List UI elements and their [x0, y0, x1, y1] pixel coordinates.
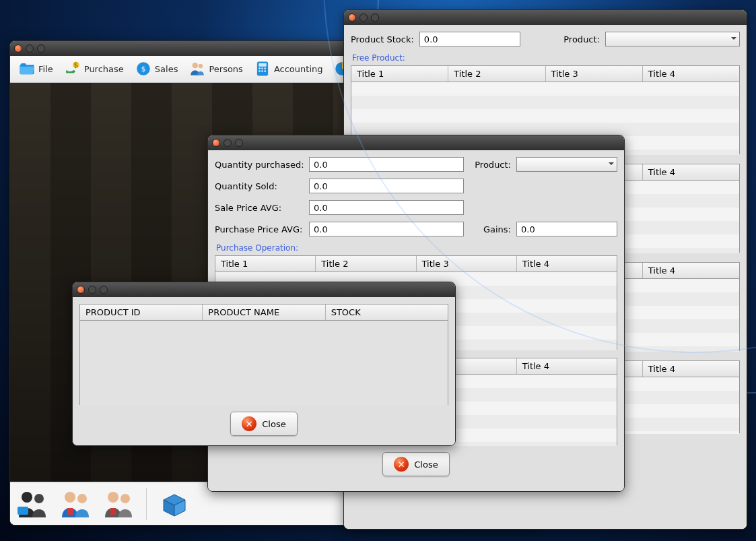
gains-input[interactable] [516, 222, 617, 236]
col-stock[interactable]: STOCK [326, 305, 448, 320]
menu-persons[interactable]: Persons [184, 59, 246, 79]
menu-purchase-label: Purchase [84, 64, 124, 74]
menu-file[interactable]: File [14, 59, 57, 79]
col-title2[interactable]: Title 2 [316, 256, 416, 272]
close-button[interactable]: ✕ Close [382, 452, 449, 476]
window-max-icon[interactable] [235, 139, 243, 147]
close-label: Close [262, 419, 285, 429]
close-icon: ✕ [242, 416, 256, 431]
svg-rect-8 [259, 68, 260, 69]
menu-purchase[interactable]: $ Purchase [60, 59, 128, 79]
sale-price-input[interactable] [309, 200, 464, 215]
persons-dark-icon[interactable] [14, 486, 50, 522]
window-min-icon[interactable] [88, 286, 96, 294]
main-titlebar [10, 41, 541, 56]
product-select[interactable] [605, 32, 740, 46]
svg-rect-12 [261, 71, 263, 72]
menu-accounting-label: Accounting [274, 64, 323, 74]
product-table[interactable]: PRODUCT ID PRODUCT NAME STOCK [79, 304, 448, 405]
window-close-icon[interactable] [212, 139, 220, 147]
free-product-label: Free Product: [352, 53, 740, 63]
svg-rect-7 [259, 63, 266, 67]
svg-point-21 [108, 492, 118, 503]
purch-price-label: Purchase Price AVG: [215, 224, 304, 234]
svg-rect-13 [264, 71, 265, 72]
qty-purchased-input[interactable] [309, 157, 464, 172]
calculator-icon [254, 60, 271, 77]
window-max-icon[interactable] [371, 13, 379, 22]
product-select[interactable] [516, 157, 617, 172]
col-title3[interactable]: Title 3 [546, 263, 643, 278]
purch-price-input[interactable] [309, 222, 464, 236]
svg-rect-9 [261, 68, 263, 69]
separator [146, 488, 147, 520]
window-min-icon[interactable] [224, 139, 232, 147]
col-title2[interactable]: Title 2 [448, 66, 545, 82]
col-title4[interactable]: Title 4 [517, 256, 617, 272]
menu-reports[interactable] [329, 59, 355, 79]
sale-price-label: Sale Price AVG: [215, 203, 304, 213]
svg-rect-17 [18, 507, 28, 515]
main-toolbar: File $ Purchase $ Sales Persons Accounti… [10, 56, 541, 83]
persons-icon [188, 60, 206, 77]
window-close-icon[interactable] [14, 44, 22, 53]
window-max-icon[interactable] [37, 44, 45, 53]
window-max-icon[interactable] [100, 286, 108, 294]
col-title4[interactable]: Title 4 [643, 164, 739, 180]
stock-titlebar [344, 10, 747, 25]
qty-purchased-label: Quantity purchased: [215, 160, 304, 170]
window-close-icon[interactable] [77, 286, 85, 294]
product-label: Product: [475, 160, 511, 170]
folder-icon [18, 60, 36, 77]
svg-rect-19 [67, 508, 73, 515]
svg-point-16 [34, 494, 44, 503]
svg-rect-23 [110, 508, 116, 515]
window-close-icon[interactable] [348, 13, 356, 22]
close-button[interactable]: ✕ Close [230, 412, 297, 436]
ops-titlebar [208, 135, 624, 150]
col-title3[interactable]: Title 3 [417, 256, 517, 272]
cube-icon[interactable] [156, 486, 193, 522]
free-product-table[interactable]: Title 1 Title 2 Title 3 Title 4 [351, 65, 740, 154]
col-title4[interactable]: Title 4 [517, 358, 617, 374]
close-label: Close [414, 459, 438, 470]
menu-sales[interactable]: $ Sales [131, 59, 182, 79]
menu-accounting[interactable]: Accounting [250, 59, 327, 79]
col-product-name[interactable]: PRODUCT NAME [203, 305, 325, 320]
svg-point-22 [121, 494, 130, 503]
svg-point-18 [65, 492, 75, 503]
window-min-icon[interactable] [26, 44, 34, 53]
col-title4[interactable]: Title 4 [643, 66, 739, 82]
svg-point-14 [336, 63, 349, 76]
menu-file-label: File [38, 64, 53, 74]
svg-text:$: $ [141, 65, 145, 73]
product-stock-input[interactable] [419, 32, 520, 46]
svg-text:$: $ [73, 61, 78, 69]
col-title3[interactable]: Title 3 [546, 66, 643, 82]
qty-sold-input[interactable] [309, 179, 464, 193]
product-dialog: PRODUCT ID PRODUCT NAME STOCK ✕ Close [72, 282, 456, 446]
menu-sales-label: Sales [155, 64, 178, 74]
col-title3[interactable]: Title 3 [546, 164, 643, 180]
svg-point-5 [199, 64, 203, 69]
col-title2[interactable]: Title 2 [448, 164, 545, 180]
gains-label: Gains: [483, 224, 511, 234]
col-title1[interactable]: Title 1 [215, 256, 316, 272]
sales-icon: $ [135, 60, 152, 77]
persons-blue-icon[interactable] [57, 486, 94, 522]
purchase-icon: $ [64, 60, 81, 77]
col-title4[interactable]: Title 4 [643, 361, 739, 377]
svg-rect-11 [259, 71, 260, 72]
product-label: Product: [563, 34, 600, 44]
qty-sold-label: Quantity Sold: [215, 181, 304, 191]
svg-point-4 [193, 63, 198, 68]
col-title1[interactable]: Title 1 [351, 66, 448, 82]
col-product-id[interactable]: PRODUCT ID [80, 305, 203, 320]
svg-point-15 [22, 492, 32, 503]
col-title4[interactable]: Title 4 [643, 263, 739, 278]
close-icon: ✕ [394, 457, 409, 472]
persons-gray-icon[interactable] [100, 486, 137, 522]
product-titlebar [73, 282, 455, 297]
window-min-icon[interactable] [359, 13, 368, 22]
purchase-op-label: Purchase Operation: [216, 243, 617, 253]
